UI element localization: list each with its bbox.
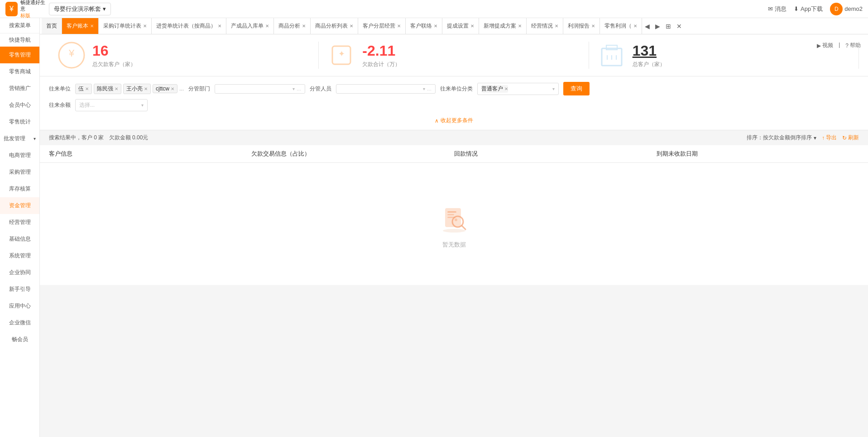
sidebar-item-enterprise-coop[interactable]: 企业协同	[0, 264, 39, 281]
tab-profit-report[interactable]: 利润报告 ✕	[563, 18, 600, 34]
empty-state-icon	[436, 199, 472, 235]
remove-tag-cjttcw[interactable]: ✕	[171, 86, 174, 91]
tab-close-goods-stats[interactable]: ✕	[218, 24, 221, 28]
summary-top-right: ▶ 视频 | ? 帮助	[817, 42, 861, 49]
tab-home[interactable]: 首页	[42, 18, 62, 34]
export-icon: ↑	[822, 135, 825, 141]
help-icon: ?	[845, 43, 849, 49]
sidebar-item-app-center[interactable]: 应用中心	[0, 298, 39, 314]
filter-tags-more[interactable]: ...	[179, 86, 184, 92]
sidebar-item-enterprise-wechat[interactable]: 企业微信	[0, 314, 39, 331]
results-summary: 搜索结果中，客户 0 家 欠款金额 0.00元	[49, 134, 148, 142]
logo-area: ¥ 畅捷通好生意 标版	[5, 0, 45, 19]
sidebar-item-capital[interactable]: 资金管理	[0, 197, 39, 214]
svg-rect-12	[447, 214, 454, 215]
tab-close-retail-profit[interactable]: ✕	[633, 24, 637, 28]
video-btn[interactable]: ▶ 视频	[817, 42, 833, 49]
tab-close-production-inbound[interactable]: ✕	[265, 24, 269, 28]
video-icon: ▶	[817, 43, 821, 49]
unit-class-tag[interactable]: 普通客户 ✕	[481, 85, 508, 93]
sidebar-item-marketing[interactable]: 营销推广	[0, 80, 39, 97]
tab-nav-close-all[interactable]: ✕	[674, 18, 685, 34]
tab-close-operations-status[interactable]: ✕	[555, 24, 558, 28]
person-filter-select[interactable]: ▾ …	[336, 84, 436, 94]
tab-production-inbound[interactable]: 产成品入库单 ✕	[226, 18, 274, 34]
app-download-btn[interactable]: ⬇ App下载	[794, 5, 823, 13]
tab-new-promotion[interactable]: 新增提成方案 ✕	[479, 18, 527, 34]
building-icon	[598, 42, 625, 69]
sidebar-item-ecommerce[interactable]: 电商管理	[0, 147, 39, 164]
remove-unit-class-tag[interactable]: ✕	[504, 86, 508, 91]
summary-bar: ¥ 16 总欠款客户（家） ✦ -2.11 欠款合计（万）	[40, 34, 868, 76]
filter-tag-chen[interactable]: 陈民强 ✕	[94, 84, 121, 94]
tab-goods-stats[interactable]: 进货单统计表（按商品） ✕	[152, 18, 226, 34]
tab-bar: 首页 客户账本 ✕ 采购订单统计表 ✕ 进货单统计表（按商品） ✕ 产成品入库单…	[40, 18, 868, 34]
chevron-down-icon: ▾	[34, 136, 36, 141]
sidebar-item-operations[interactable]: 经营管理	[0, 214, 39, 231]
refresh-btn[interactable]: ↻ 刷新	[842, 134, 859, 142]
filter-tag-wu[interactable]: 伍 ✕	[75, 84, 92, 94]
tab-close-profit-report[interactable]: ✕	[591, 24, 595, 28]
avatar: D	[830, 3, 843, 15]
sidebar-item-inventory[interactable]: 库存核算	[0, 180, 39, 197]
customers-icon: ¥	[58, 42, 85, 69]
tab-nav-more[interactable]: ⊞	[663, 18, 674, 34]
tab-close-goods-analysis-list[interactable]: ✕	[350, 24, 353, 28]
sidebar-item-sys-mgmt[interactable]: 系统管理	[0, 247, 39, 264]
export-btn[interactable]: ↑ 导出	[822, 134, 837, 142]
sidebar-item-retail-stats[interactable]: 零售统计	[0, 114, 39, 130]
tab-customer-segment[interactable]: 客户分层经营 ✕	[358, 18, 406, 34]
sidebar-item-basic-info[interactable]: 基础信息	[0, 231, 39, 247]
download-icon: ⬇	[794, 5, 799, 12]
remove-tag-chen[interactable]: ✕	[115, 86, 118, 91]
tab-close-customer-contact[interactable]: ✕	[434, 24, 437, 28]
tab-goods-analysis[interactable]: 商品分析 ✕	[274, 18, 311, 34]
sort-select[interactable]: 排序：按欠款金额倒序排序 ▾	[747, 134, 816, 142]
query-button[interactable]: 查询	[563, 82, 590, 95]
tab-close-promotion-settings[interactable]: ✕	[470, 24, 474, 28]
collapse-btn[interactable]: ∧ 收起更多条件	[435, 117, 473, 124]
chevron-down-icon: ▾	[293, 86, 295, 91]
tab-retail-profit[interactable]: 零售利润（ ✕	[600, 18, 642, 34]
tab-nav-next[interactable]: ▶	[652, 18, 663, 34]
tab-close-new-promotion[interactable]: ✕	[518, 24, 522, 28]
tab-nav-prev[interactable]: ◀	[642, 18, 652, 34]
tab-customer-contact[interactable]: 客户联络 ✕	[406, 18, 442, 34]
sidebar-item-purchase[interactable]: 采购管理	[0, 164, 39, 180]
person-filter-label: 分管人员	[310, 85, 331, 93]
tab-operations-status[interactable]: 经营情况 ✕	[527, 18, 563, 34]
empty-state: 暂无数据	[40, 163, 868, 285]
tab-purchase-order[interactable]: 采购订单统计表 ✕	[99, 18, 152, 34]
tab-close-goods-analysis[interactable]: ✕	[302, 24, 306, 28]
sidebar-item-wholesale[interactable]: 批发管理 ▾	[0, 130, 39, 147]
unit-class-filter[interactable]: 普通客户 ✕ ▾	[477, 83, 559, 95]
sidebar-item-member[interactable]: 会员中心	[0, 97, 39, 114]
sort-label: 排序：按欠款金额倒序排序	[747, 134, 812, 142]
sidebar-search[interactable]: 搜索菜单	[0, 18, 39, 33]
sidebar-item-retail-mgmt[interactable]: 零售管理	[0, 47, 39, 63]
tab-goods-analysis-list[interactable]: 商品分析列表 ✕	[311, 18, 358, 34]
tab-close-customer-segment[interactable]: ✕	[397, 24, 401, 28]
tab-close-purchase-order[interactable]: ✕	[143, 24, 147, 28]
filter-row-2: 往来余额 选择... ▾	[49, 99, 859, 111]
remove-tag-wang[interactable]: ✕	[144, 86, 148, 91]
sidebar-item-vip[interactable]: 畅会员	[0, 331, 39, 348]
message-btn[interactable]: ✉ 消息	[768, 5, 786, 13]
summary-card-debt: ✦ -2.11 欠款合计（万）	[319, 42, 589, 69]
help-btn[interactable]: ? 帮助	[845, 42, 861, 49]
sidebar-quick-nav[interactable]: 快捷导航	[0, 33, 39, 47]
filter-tag-cjttcw[interactable]: cjttcw ✕	[153, 84, 177, 93]
tab-customer-account[interactable]: 客户账本 ✕	[62, 18, 99, 34]
dept-filter-select[interactable]: ▾ …	[215, 84, 305, 94]
tab-promotion-settings[interactable]: 提成设置 ✕	[442, 18, 479, 34]
sidebar-item-new-guide[interactable]: 新手引导	[0, 281, 39, 298]
remove-tag-wu[interactable]: ✕	[85, 86, 89, 91]
content-area: 首页 客户账本 ✕ 采购订单统计表 ✕ 进货单统计表（按商品） ✕ 产成品入库单…	[40, 18, 868, 437]
logo-text: 畅捷通好生意 标版	[20, 0, 45, 19]
sidebar-item-retail-mall[interactable]: 零售商城	[0, 63, 39, 80]
filter-tag-wang[interactable]: 王小亮 ✕	[123, 84, 151, 94]
tab-close-customer-account[interactable]: ✕	[90, 24, 94, 28]
amount-filter-select[interactable]: 选择... ▾	[75, 99, 148, 111]
user-menu[interactable]: D demo2	[830, 3, 863, 15]
account-selector[interactable]: 母婴行业演示帐套 ▾	[49, 3, 111, 15]
